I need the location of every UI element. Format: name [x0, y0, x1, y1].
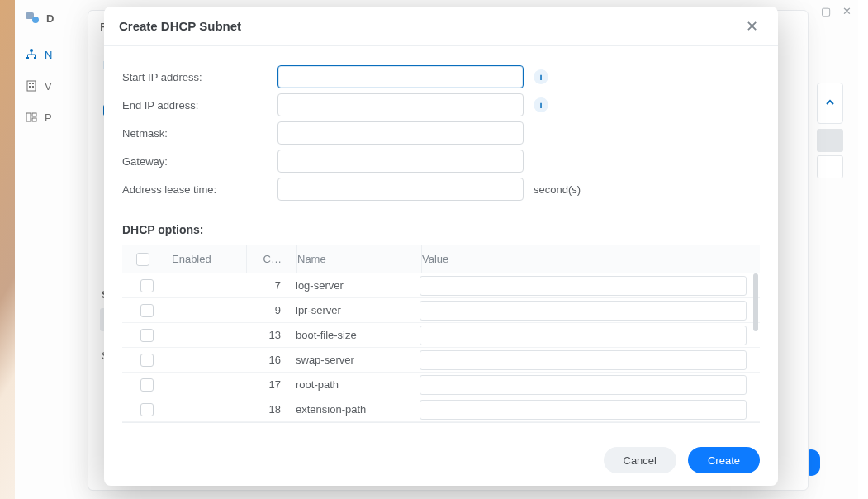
row-start-ip: Start IP address: i [122, 63, 760, 91]
label-lease: Address lease time: [122, 183, 277, 196]
start-ip-input[interactable] [277, 65, 524, 88]
end-ip-input[interactable] [277, 93, 524, 116]
modal-body: Start IP address: i End IP address: i Ne… [104, 46, 778, 435]
create-dhcp-subnet-modal: Create DHCP Subnet ✕ Start IP address: i… [104, 7, 778, 486]
row-name: extension-path [296, 403, 420, 416]
row-code: 7 [246, 279, 296, 292]
row-checkbox[interactable] [140, 304, 154, 317]
table-row[interactable]: 16swap-server [122, 348, 760, 373]
gateway-input[interactable] [277, 150, 524, 173]
header-enabled[interactable]: Enabled [172, 253, 246, 265]
table-row[interactable]: 18extension-path [122, 397, 760, 422]
dhcp-options-table: Enabled C… Name Value 7log-server9lpr-se… [122, 245, 760, 423]
row-checkbox[interactable] [140, 378, 154, 392]
row-checkbox[interactable] [140, 403, 154, 416]
table-row[interactable]: 13boot-file-size [122, 323, 760, 348]
header-name[interactable]: Name [297, 253, 421, 265]
desktop-background: D — ▢ ✕ N V P [0, 0, 868, 499]
row-checkbox[interactable] [140, 329, 154, 342]
scrollbar-thumb[interactable] [753, 273, 758, 331]
table-row[interactable]: 7log-server [122, 273, 760, 298]
table-row[interactable]: 17root-path [122, 373, 760, 397]
table-body: 7log-server9lpr-server13boot-file-size16… [122, 273, 760, 422]
header-checkbox-cell [122, 253, 172, 266]
close-button[interactable]: ✕ [740, 15, 763, 38]
create-button[interactable]: Create [688, 447, 760, 473]
label-start-ip: Start IP address: [122, 71, 277, 83]
row-netmask: Netmask: [122, 119, 760, 147]
header-code[interactable]: C… [247, 253, 296, 265]
lease-suffix: second(s) [534, 183, 581, 196]
row-code: 9 [246, 304, 296, 316]
row-code: 17 [246, 378, 296, 391]
row-code: 13 [246, 329, 296, 341]
info-icon[interactable]: i [534, 97, 548, 112]
cancel-button[interactable]: Cancel [604, 447, 676, 473]
row-lease: Address lease time: second(s) [122, 175, 760, 203]
row-value-input[interactable] [420, 326, 747, 345]
netmask-input[interactable] [277, 121, 524, 145]
table-row[interactable]: 9lpr-server [122, 298, 760, 323]
header-value[interactable]: Value [422, 253, 760, 265]
row-end-ip: End IP address: i [122, 91, 760, 119]
row-value-input[interactable] [420, 301, 747, 321]
modal-footer: Cancel Create [104, 435, 778, 486]
row-name: log-server [296, 279, 420, 292]
modal-title: Create DHCP Subnet [119, 19, 241, 33]
row-value-input[interactable] [420, 375, 747, 395]
info-icon[interactable]: i [534, 69, 548, 84]
row-code: 16 [246, 354, 296, 366]
row-gateway: Gateway: [122, 147, 760, 175]
label-end-ip: End IP address: [122, 99, 277, 112]
row-name: swap-server [296, 354, 420, 366]
select-all-checkbox[interactable] [136, 253, 149, 266]
lease-time-input[interactable] [277, 178, 524, 201]
row-checkbox[interactable] [140, 279, 154, 292]
row-name: boot-file-size [296, 329, 420, 341]
label-gateway: Gateway: [122, 155, 277, 168]
modal-header: Create DHCP Subnet ✕ [104, 7, 778, 46]
row-value-input[interactable] [420, 276, 747, 296]
row-name: root-path [296, 378, 420, 391]
dhcp-options-label: DHCP options: [122, 223, 760, 236]
table-header: Enabled C… Name Value [122, 245, 760, 273]
row-code: 18 [246, 403, 296, 416]
row-checkbox[interactable] [140, 354, 154, 367]
label-netmask: Netmask: [122, 127, 277, 140]
modal-overlay: Create DHCP Subnet ✕ Start IP address: i… [0, 0, 868, 499]
row-value-input[interactable] [420, 400, 747, 420]
row-value-input[interactable] [420, 350, 747, 370]
row-name: lpr-server [296, 304, 420, 316]
close-icon: ✕ [746, 17, 758, 36]
